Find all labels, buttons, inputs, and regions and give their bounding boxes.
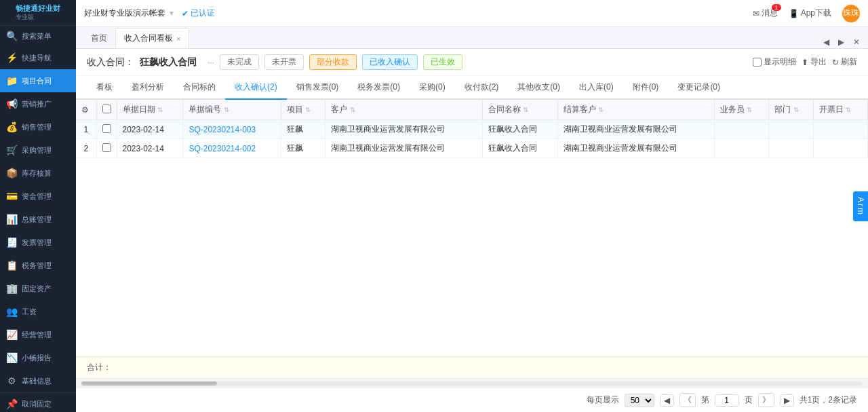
subtab-warehouse[interactable]: 出入库(0) — [570, 76, 623, 98]
sidebar-item-label: 取消固定 — [22, 399, 52, 409]
select-all-checkbox[interactable] — [102, 105, 111, 113]
right-panel-arm[interactable]: Arm — [853, 191, 868, 221]
sidebar-item-general[interactable]: 📊 总账管理 — [0, 208, 76, 231]
sort-icon-contract[interactable]: ⇅ — [523, 106, 528, 113]
tab-active-income[interactable]: 收入合同看板 × — [115, 28, 189, 48]
row-salesperson-1 — [714, 120, 768, 139]
sidebar-item-tax[interactable]: 📋 税务管理 — [0, 254, 76, 277]
last-page-button[interactable]: ▶ — [780, 394, 794, 407]
message-icon: ✉ — [753, 9, 760, 18]
sidebar-item-label: 搜索菜单 — [22, 31, 52, 41]
message-button[interactable]: ✉ 消息 1 — [753, 7, 778, 19]
sidebar-item-nav[interactable]: ⚡ 快捷导航 — [0, 46, 76, 69]
app-download-button[interactable]: 📱 App下载 — [789, 7, 831, 19]
subtab-change-log[interactable]: 变更记录(0) — [668, 76, 730, 98]
row-num-1: 1 — [76, 120, 96, 139]
sort-icon-customer[interactable]: ⇅ — [350, 106, 355, 113]
next-page-button[interactable]: 》 — [758, 393, 774, 407]
status-btn-effective[interactable]: 已生效 — [423, 54, 462, 70]
page-number-input[interactable]: 1 — [715, 394, 739, 407]
sidebar-item-inventory[interactable]: 📦 库存核算 — [0, 162, 76, 185]
sidebar-item-base[interactable]: ⚙ 基础信息 — [0, 369, 76, 392]
sidebar-item-mgmt[interactable]: 📈 经营管理 — [0, 323, 76, 346]
page-header: 收入合同： 狂飙收入合同 ··· 未完成 未开票 部分收款 已收入确认 已生效 … — [76, 49, 868, 76]
tab-nav-next[interactable]: ▶ — [835, 36, 847, 48]
sidebar-item-invoice[interactable]: 🧾 发票管理 — [0, 231, 76, 254]
sort-icon-dept[interactable]: ⇅ — [793, 106, 799, 113]
folder-icon: 📁 — [5, 75, 18, 87]
sidebar-item-purchase[interactable]: 🛒 采购管理 — [0, 138, 76, 162]
row-date-2: 2023-02-14 — [117, 139, 183, 158]
sort-icon-settle[interactable]: ⇅ — [598, 106, 604, 113]
row-number-link-2[interactable]: SQ-20230214-002 — [189, 144, 256, 153]
status-btn-uninvoiced[interactable]: 未开票 — [264, 54, 304, 70]
sidebar-item-hr[interactable]: 👥 工资 — [0, 300, 76, 323]
page-header-right: 显示明细 ⬆ 导出 ↻ 刷新 — [753, 56, 857, 68]
sort-icon-project[interactable]: ⇅ — [305, 106, 311, 113]
topbar: 好业财专业版演示帐套 ▼ ✔ 已认证 ✉ 消息 1 📱 App下载 珠珠 — [76, 0, 868, 27]
subtab-sales-invoice[interactable]: 销售发票(0) — [287, 76, 349, 98]
row-checkbox-1[interactable] — [96, 120, 117, 139]
sidebar-item-funds[interactable]: 💳 资金管理 — [0, 185, 76, 208]
sort-icon-open[interactable]: ⇅ — [846, 106, 851, 113]
check-icon: ✔ — [182, 9, 189, 18]
subtab-contract-item[interactable]: 合同标的 — [174, 76, 225, 98]
subtab-revenue-confirm[interactable]: 收入确认(2) — [225, 76, 287, 100]
status-btn-revenue-confirmed[interactable]: 已收入确认 — [362, 54, 418, 70]
sidebar-item-report[interactable]: 📉 小畅报告 — [0, 346, 76, 369]
scrollbar-track[interactable] — [81, 381, 863, 386]
row-checkbox-2[interactable] — [96, 139, 117, 158]
sidebar-item-sales[interactable]: 💰 销售管理 — [0, 115, 76, 138]
export-button[interactable]: ⬆ 导出 — [802, 56, 827, 68]
row-number-1: SQ-20230214-003 — [183, 120, 281, 139]
export-label: 导出 — [810, 56, 827, 68]
sort-icon-salesperson[interactable]: ⇅ — [747, 106, 752, 113]
th-number: 单据编号 ⇅ — [183, 100, 281, 120]
subtab-kanban[interactable]: 看板 — [87, 76, 122, 98]
row-select-1[interactable] — [102, 124, 111, 133]
row-customer-2: 湖南卫视商业运营发展有限公司 — [326, 139, 482, 158]
prev-page-button[interactable]: 《 — [679, 393, 696, 407]
subtab-payment[interactable]: 收付款(2) — [455, 76, 509, 98]
tab-home[interactable]: 首页 — [83, 29, 115, 48]
status-btn-incomplete[interactable]: 未完成 — [220, 54, 259, 70]
row-number-link-1[interactable]: SQ-20230214-003 — [189, 125, 256, 134]
tabbar: 首页 收入合同看板 × ◀ ▶ ✕ — [76, 27, 868, 49]
card-icon: 💳 — [5, 190, 18, 202]
settings-column-header[interactable]: ⚙ — [76, 100, 96, 120]
refresh-button[interactable]: ↻ 刷新 — [832, 56, 857, 68]
show-detail-input[interactable] — [753, 58, 762, 67]
verified-text: 已认证 — [191, 7, 215, 19]
subtab-attachment[interactable]: 附件(0) — [623, 76, 669, 98]
show-detail-checkbox[interactable]: 显示明细 — [753, 56, 796, 68]
subtab-profit[interactable]: 盈利分析 — [122, 76, 174, 98]
people-icon: 👥 — [5, 305, 18, 318]
th-date: 单据日期 ⇅ — [117, 100, 183, 120]
sidebar-item-project[interactable]: 📁 项目合同 — [0, 69, 76, 92]
horizontal-scrollbar[interactable] — [76, 378, 868, 388]
status-btn-partial-payment[interactable]: 部分收款 — [309, 54, 357, 70]
tab-close-button[interactable]: × — [176, 35, 180, 43]
subtab-purchase[interactable]: 采购(0) — [410, 76, 455, 98]
checkbox-column-header[interactable] — [96, 100, 117, 120]
sidebar-item-marketing[interactable]: 📢 营销推广 — [0, 92, 76, 115]
scrollbar-thumb[interactable] — [81, 381, 217, 386]
tab-label: 收入合同看板 — [124, 33, 173, 44]
first-page-button[interactable]: ◀ — [660, 394, 674, 407]
tab-nav-close[interactable]: ✕ — [850, 36, 863, 48]
sort-icon-date[interactable]: ⇅ — [157, 106, 163, 113]
row-select-2[interactable] — [102, 143, 111, 152]
more-button[interactable]: ··· — [208, 58, 214, 67]
refresh-label: 刷新 — [841, 56, 857, 68]
sidebar-bottom: 📌 取消固定 — [0, 392, 76, 412]
sidebar-item-search[interactable]: 🔍 搜索菜单 — [0, 26, 76, 46]
subtab-other-income[interactable]: 其他收支(0) — [508, 76, 570, 98]
subtab-tax-invoice[interactable]: 税务发票(0) — [348, 76, 410, 98]
company-selector[interactable]: 好业财专业版演示帐套 ▼ — [84, 7, 175, 19]
avatar[interactable]: 珠珠 — [842, 5, 860, 22]
sort-icon-number[interactable]: ⇅ — [224, 106, 229, 113]
sidebar-cancel-pin[interactable]: 📌 取消固定 — [0, 393, 76, 412]
tab-nav-prev[interactable]: ◀ — [821, 36, 832, 48]
per-page-select[interactable]: 50 — [625, 394, 654, 407]
sidebar-item-fixed[interactable]: 🏢 固定资产 — [0, 277, 76, 300]
